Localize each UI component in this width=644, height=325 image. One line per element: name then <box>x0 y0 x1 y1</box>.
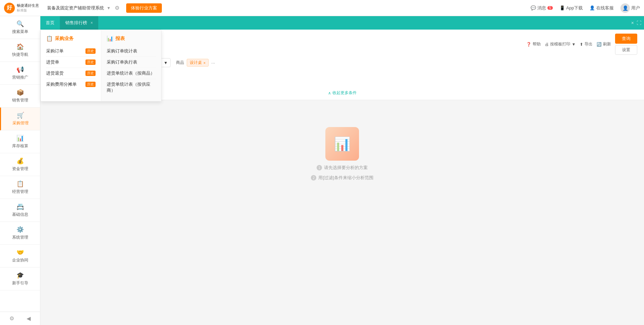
goods-tag-close-icon[interactable]: × <box>203 61 205 65</box>
sidebar-label-enterprise: 企业协同 <box>12 257 28 263</box>
online-service-btn[interactable]: 👤 在线客服 <box>589 5 614 11</box>
tab-close-icon[interactable]: × <box>91 21 93 25</box>
system-title: 装备及固定资产辅助管理系统 <box>47 5 104 11</box>
logo-text-group: 畅捷通好生意 标准版 <box>17 3 39 12</box>
purchase-col-icon: 📋 <box>46 35 53 42</box>
user-btn[interactable]: 👤 用户 <box>620 3 640 13</box>
menu-item-purchase-expense[interactable]: 采购费用分摊单 历史 <box>46 79 96 90</box>
export-btn[interactable]: ⬆ 导出 <box>580 34 593 55</box>
sidebar-item-marketing[interactable]: 📢 营销推广 <box>0 62 40 85</box>
sidebar-item-enterprise[interactable]: 🤝 企业协同 <box>0 245 40 268</box>
sidebar-item-system[interactable]: ⚙️ 系统管理 <box>0 222 40 245</box>
goods-label: 商品 <box>176 60 184 66</box>
print-arrow-icon: ▼ <box>572 42 576 47</box>
dropdown-report-col: 📊 报表 采购订单统计表 采购订单执行表 进货单统计表（按商品） 进货单统计表（… <box>101 30 162 101</box>
app-download-btn[interactable]: 📱 App下载 <box>560 5 583 11</box>
query-btn[interactable]: 查询 <box>615 34 637 44</box>
collapse-label: 收起更多条件 <box>332 90 357 96</box>
purchase-expense-history-badge: 历史 <box>85 82 96 87</box>
tab-home[interactable]: 首页 <box>40 16 60 30</box>
avatar: 👤 <box>620 3 630 13</box>
step-num-1: 1 <box>317 165 322 170</box>
incoming-stat-goods-label: 进货单统计表（按商品） <box>107 70 155 76</box>
tab-sales-ranking-label: 销售排行榜 <box>65 20 87 26</box>
app-download-label: App下载 <box>566 5 583 11</box>
incoming-stat-supplier-label: 进货单统计表（按供应商） <box>107 81 156 93</box>
incoming-label: 进货单 <box>46 59 59 65</box>
service-icon: 👤 <box>589 5 595 10</box>
search-icon: 🔍 <box>16 20 24 28</box>
sidebar-label-search: 搜索菜单 <box>12 29 28 35</box>
purchase-icon: 🛒 <box>17 112 24 119</box>
sidebar-item-finance[interactable]: 💰 资金管理 <box>0 153 40 176</box>
finance-icon: 💰 <box>16 157 24 165</box>
goods-tag: 设计桌 × <box>187 59 208 67</box>
dropdown-purchase-title: 📋 采购业务 <box>46 35 96 42</box>
inventory-icon: 📊 <box>16 134 24 142</box>
menu-item-incoming-stat-goods[interactable]: 进货单统计表（按商品） <box>107 68 156 79</box>
empty-state: 📊 1 请先选择要分析的方案 2 用[过滤]条件来缩小分析范围 <box>40 100 644 208</box>
sidebar-item-search[interactable]: 🔍 搜索菜单 <box>0 16 40 39</box>
settings-bottom-icon[interactable]: ⚙ <box>9 315 14 322</box>
sidebar-item-operations[interactable]: 📋 经营管理 <box>0 176 40 199</box>
sidebar-label-system: 系统管理 <box>12 235 28 240</box>
sidebar-label-inventory: 库存核算 <box>12 143 28 149</box>
gear-icon[interactable]: ⚙ <box>115 5 119 11</box>
sidebar-label-newbie: 新手引导 <box>12 280 28 286</box>
notifications-btn[interactable]: 💬 消息 5 <box>531 5 553 11</box>
sidebar-label-quick-nav: 快捷导航 <box>12 52 28 57</box>
purchase-expense-label: 采购费用分摊单 <box>46 81 77 87</box>
operations-icon: 📋 <box>16 180 24 188</box>
sidebar-label-marketing: 营销推广 <box>12 75 28 80</box>
topbar: 好 畅捷通好生意 标准版 装备及固定资产辅助管理系统 ▼ ⚙ 体验行业方案 💬 … <box>0 0 644 16</box>
notifications-badge: 5 <box>547 6 553 10</box>
logo-tag: 标准版 <box>17 8 39 13</box>
dropdown-purchase-col: 📋 采购业务 采购订单 历史 进货单 历史 进货退货 历史 采购费用分摊单 历史 <box>41 30 101 101</box>
collapse-arrow-icon: ∧ <box>328 91 331 95</box>
sidebar-item-sales[interactable]: 📦 销售管理 <box>0 85 40 108</box>
refresh-label: 刷新 <box>603 41 611 47</box>
purchase-order-stat-label: 采购订单统计表 <box>107 48 137 54</box>
help-icon: ❓ <box>526 42 531 47</box>
logo-icon: 好 <box>4 3 15 13</box>
print-icon: 🖨 <box>545 42 549 47</box>
sidebar-item-newbie[interactable]: 🎓 新手引导 <box>0 268 40 290</box>
report-col-icon: 📊 <box>107 35 113 42</box>
marketing-icon: 📢 <box>16 66 24 73</box>
menu-item-purchase-order[interactable]: 采购订单 历史 <box>46 46 96 57</box>
export-icon: ⬆ <box>580 42 583 47</box>
menu-item-incoming-stat-supplier[interactable]: 进货单统计表（按供应商） <box>107 79 156 96</box>
logo-area: 好 畅捷通好生意 标准版 <box>4 3 44 13</box>
industry-btn[interactable]: 体验行业方案 <box>126 3 162 13</box>
menu-item-incoming[interactable]: 进货单 历史 <box>46 57 96 68</box>
menu-item-purchase-order-exec[interactable]: 采购订单执行表 <box>107 57 156 68</box>
sidebar-item-purchase[interactable]: 🛒 采购管理 <box>0 108 40 130</box>
goods-more-icon[interactable]: ··· <box>211 60 215 66</box>
tab-window-close-icon[interactable]: × <box>631 20 634 26</box>
print-btn[interactable]: 🖨 按模板打印 ▼ <box>545 34 576 55</box>
sidebar-label-sales: 销售管理 <box>12 97 28 103</box>
report-col-title-text: 报表 <box>115 36 125 42</box>
sidebar-item-basic-info[interactable]: 📇 基础信息 <box>0 199 40 222</box>
goods-filter: 商品 设计桌 × ··· <box>176 59 215 67</box>
collapse-sidebar-icon[interactable]: ◀ <box>27 315 31 322</box>
tab-fullscreen-icon[interactable]: ⛶ <box>637 20 641 26</box>
title-arrow-icon[interactable]: ▼ <box>107 6 111 10</box>
dropdown-report-title: 📊 报表 <box>107 35 156 42</box>
menu-item-return[interactable]: 进货退货 历史 <box>46 68 96 79</box>
sidebar-label-operations: 经营管理 <box>12 189 28 195</box>
phone-icon: 📱 <box>560 5 565 10</box>
purchase-order-history-badge: 历史 <box>85 48 96 54</box>
sidebar-item-inventory[interactable]: 📊 库存核算 <box>0 130 40 153</box>
purchase-order-exec-label: 采购订单执行表 <box>107 59 137 65</box>
help-btn[interactable]: ❓ 帮助 <box>526 34 541 55</box>
home-icon: 🏠 <box>16 43 24 50</box>
sidebar-item-quick-nav[interactable]: 🏠 快捷导航 <box>0 39 40 62</box>
tab-sales-ranking[interactable]: 销售排行榜 × <box>60 16 98 30</box>
sidebar-label-finance: 资金管理 <box>12 166 28 172</box>
sidebar-bottom: ⚙ ◀ <box>0 312 40 325</box>
refresh-btn[interactable]: 🔄 刷新 <box>597 34 611 55</box>
setting-btn[interactable]: 设置 <box>615 45 637 55</box>
dropdown-menu: 📋 采购业务 采购订单 历史 进货单 历史 进货退货 历史 采购费用分摊单 历史… <box>40 30 162 101</box>
menu-item-purchase-order-stat[interactable]: 采购订单统计表 <box>107 46 156 57</box>
